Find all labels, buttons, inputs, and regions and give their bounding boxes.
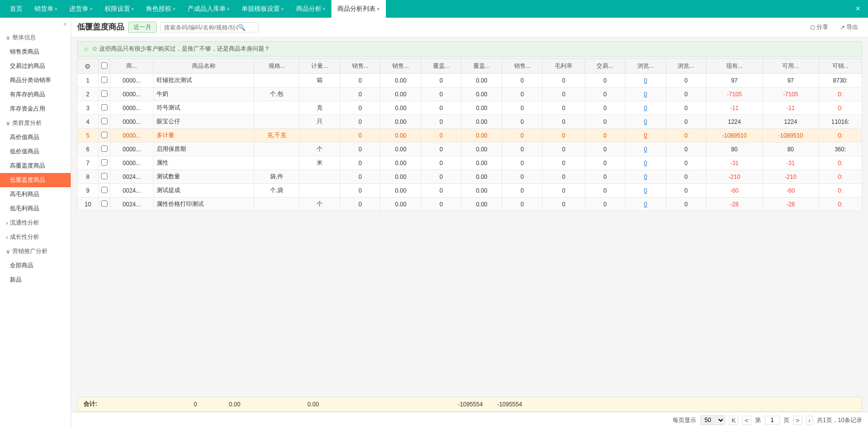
sidebar-item-high-margin[interactable]: 高毛利商品 bbox=[0, 187, 71, 201]
col-margin[interactable]: 毛利率 bbox=[542, 59, 585, 74]
per-page-select[interactable]: 50 100 200 bbox=[700, 415, 725, 425]
nav-template-settings[interactable]: 单据模板设置 × bbox=[236, 0, 290, 18]
row-checkbox[interactable] bbox=[101, 118, 108, 124]
nav-permissions[interactable]: 权限设置 × bbox=[99, 0, 140, 18]
cell-browse1[interactable]: 0 bbox=[625, 87, 666, 101]
cell-browse1[interactable]: 0 bbox=[625, 156, 666, 170]
page-number-input[interactable] bbox=[765, 416, 780, 425]
share-button[interactable]: ⬡ 分享 bbox=[806, 22, 832, 32]
cell-name[interactable]: 符号测试 bbox=[153, 101, 254, 115]
sidebar-item-low-margin[interactable]: 低毛利商品 bbox=[0, 201, 71, 216]
next-page-button[interactable]: > bbox=[793, 416, 802, 425]
cell-browse1[interactable]: 0 bbox=[625, 129, 666, 143]
first-page-button[interactable]: K bbox=[729, 416, 738, 425]
sidebar-group-growth[interactable]: › 成长性分析 bbox=[0, 230, 71, 244]
cell-browse1[interactable]: 0 bbox=[625, 74, 666, 87]
prev-page-button[interactable]: < bbox=[742, 416, 751, 425]
sidebar-item-new-goods[interactable]: 新品 bbox=[0, 273, 71, 287]
select-all-checkbox[interactable] bbox=[101, 62, 108, 69]
nav-product-analysis-list[interactable]: 商品分析列表 × bbox=[331, 0, 385, 18]
last-page-button[interactable]: › bbox=[806, 416, 813, 425]
nav-close-template[interactable]: × bbox=[281, 6, 284, 12]
row-checkbox[interactable] bbox=[101, 77, 108, 83]
row-checkbox[interactable] bbox=[101, 173, 108, 179]
cell-browse1[interactable]: 0 bbox=[625, 115, 666, 129]
nav-close-purchase[interactable]: × bbox=[89, 6, 92, 12]
nav-role-auth[interactable]: 角色授权 × bbox=[140, 0, 181, 18]
sidebar-item-in-stock[interactable]: 有库存的商品 bbox=[0, 87, 71, 102]
cell-checkbox[interactable] bbox=[98, 101, 110, 115]
cell-browse1[interactable]: 0 bbox=[625, 170, 666, 184]
cell-name[interactable]: 测试数量 bbox=[153, 170, 254, 184]
cell-name[interactable]: 多计量 bbox=[153, 129, 254, 143]
cell-checkbox[interactable] bbox=[98, 170, 110, 184]
sidebar-group-marketing[interactable]: ∨ 营销推广分析 bbox=[0, 244, 71, 258]
sidebar-item-inventory-capital[interactable]: 库存资金占用 bbox=[0, 102, 71, 116]
cell-checkbox[interactable] bbox=[98, 143, 110, 156]
col-browse2[interactable]: 浏览... bbox=[666, 59, 706, 74]
nav-close-sales[interactable]: × bbox=[54, 6, 57, 12]
nav-close-permissions[interactable]: × bbox=[131, 6, 134, 12]
sidebar-item-all-goods[interactable]: 全部商品 bbox=[0, 258, 71, 273]
sidebar-item-category-rate[interactable]: 商品分类动销率 bbox=[0, 73, 71, 87]
cell-checkbox[interactable] bbox=[98, 74, 110, 87]
sidebar-item-high-coverage[interactable]: 高覆盖度商品 bbox=[0, 159, 71, 173]
cell-checkbox[interactable] bbox=[98, 115, 110, 129]
nav-close-analysis[interactable]: × bbox=[323, 6, 326, 12]
cell-browse1[interactable]: 0 bbox=[625, 143, 666, 156]
row-checkbox[interactable] bbox=[101, 132, 108, 138]
sidebar-item-low-value[interactable]: 低价值商品 bbox=[0, 144, 71, 159]
cell-name[interactable]: 启用保质期 bbox=[153, 143, 254, 156]
col-sales2[interactable]: 销售... bbox=[380, 59, 421, 74]
sidebar-overall-section[interactable]: ∨ 整体信息 bbox=[0, 30, 71, 45]
cell-name[interactable]: 旺辅批次测试 bbox=[153, 74, 254, 87]
col-current[interactable]: 现有... bbox=[706, 59, 763, 74]
sidebar-item-low-coverage[interactable]: 低覆盖度商品 bbox=[0, 173, 71, 187]
row-checkbox[interactable] bbox=[101, 159, 108, 166]
row-checkbox[interactable] bbox=[101, 200, 108, 207]
col-coverage2[interactable]: 覆盖... bbox=[461, 59, 502, 74]
search-input[interactable] bbox=[164, 24, 238, 31]
col-coverage1[interactable]: 覆盖... bbox=[421, 59, 461, 74]
nav-home[interactable]: 首页 bbox=[4, 0, 28, 18]
nav-product-analysis[interactable]: 商品分析 × bbox=[290, 0, 331, 18]
row-checkbox[interactable] bbox=[101, 90, 108, 97]
cell-name[interactable]: 眼宝公仔 bbox=[153, 115, 254, 129]
row-checkbox[interactable] bbox=[101, 145, 108, 152]
time-filter-button[interactable]: 近一月 bbox=[128, 22, 157, 33]
sidebar-item-sales-goods[interactable]: 销售类商品 bbox=[0, 45, 71, 59]
nav-close-analysis-list[interactable]: × bbox=[377, 6, 380, 12]
col-code[interactable]: 商... bbox=[110, 59, 153, 74]
row-checkbox[interactable] bbox=[101, 187, 108, 193]
column-settings-icon[interactable]: ⚙ bbox=[84, 62, 91, 70]
cell-browse1[interactable]: 0 bbox=[625, 184, 666, 198]
col-sales1[interactable]: 销售... bbox=[340, 59, 380, 74]
search-icon[interactable]: 🔍 bbox=[238, 24, 245, 31]
sidebar-group-liquidity[interactable]: › 流通性分析 bbox=[0, 216, 71, 230]
cell-checkbox[interactable] bbox=[98, 156, 110, 170]
sidebar-item-high-value[interactable]: 高价值商品 bbox=[0, 130, 71, 144]
cell-name[interactable]: 属性 bbox=[153, 156, 254, 170]
row-checkbox[interactable] bbox=[101, 104, 108, 111]
cell-name[interactable]: 属性价格打印测试 bbox=[153, 198, 254, 211]
cell-checkbox[interactable] bbox=[98, 87, 110, 101]
cell-checkbox[interactable] bbox=[98, 198, 110, 211]
window-close-button[interactable]: × bbox=[852, 4, 864, 13]
col-trade[interactable]: 交易... bbox=[585, 59, 625, 74]
nav-close-role[interactable]: × bbox=[172, 6, 175, 12]
col-sales3[interactable]: 销售... bbox=[502, 59, 542, 74]
col-available[interactable]: 可用... bbox=[762, 59, 819, 74]
cell-browse1[interactable]: 0 bbox=[625, 198, 666, 211]
nav-close-product[interactable]: × bbox=[227, 6, 230, 12]
export-button[interactable]: ↗ 导出 bbox=[836, 22, 862, 32]
nav-sales-order[interactable]: 销货单 × bbox=[28, 0, 63, 18]
cell-name[interactable]: 测试提成 bbox=[153, 184, 254, 198]
cell-name[interactable]: 牛奶 bbox=[153, 87, 254, 101]
cell-browse1[interactable]: 0 bbox=[625, 101, 666, 115]
sidebar-item-traded-goods[interactable]: 交易过的商品 bbox=[0, 59, 71, 73]
col-sellable[interactable]: 可销... bbox=[819, 59, 862, 74]
col-name[interactable]: 商品名称 bbox=[153, 59, 254, 74]
cell-checkbox[interactable] bbox=[98, 184, 110, 198]
col-spec[interactable]: 规格... bbox=[254, 59, 299, 74]
col-unit[interactable]: 计量... bbox=[299, 59, 340, 74]
